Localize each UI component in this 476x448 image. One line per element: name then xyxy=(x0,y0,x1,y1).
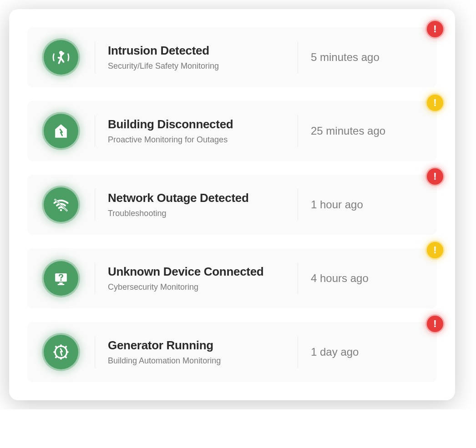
alert-content: Network Outage Detected Troubleshooting xyxy=(95,189,298,221)
notification-card[interactable]: Unknown Device Connected Cybersecurity M… xyxy=(27,248,437,308)
svg-point-7 xyxy=(60,279,61,281)
unknown-device-icon xyxy=(44,261,78,296)
alert-subtitle: Cybersecurity Monitoring xyxy=(108,282,298,292)
generator-icon xyxy=(44,335,78,369)
alert-time: 1 hour ago xyxy=(311,198,363,211)
alert-time-area: 5 minutes ago xyxy=(298,41,420,73)
alert-time-area: 4 hours ago xyxy=(298,262,420,294)
svg-rect-10 xyxy=(60,357,62,360)
alert-subtitle: Security/Life Safety Monitoring xyxy=(108,61,298,71)
severity-badge-yellow: ! xyxy=(427,242,443,258)
alert-subtitle: Proactive Monitoring for Outages xyxy=(108,135,298,145)
notification-card[interactable]: Network Outage Detected Troubleshooting … xyxy=(27,175,437,235)
alert-time-area: 25 minutes ago xyxy=(298,115,420,147)
svg-rect-6 xyxy=(58,284,65,285)
notifications-panel: Intrusion Detected Security/Life Safety … xyxy=(9,9,455,400)
svg-rect-9 xyxy=(60,345,62,347)
severity-badge-red: ! xyxy=(427,168,443,185)
alert-title: Intrusion Detected xyxy=(108,44,298,58)
alert-title: Building Disconnected xyxy=(108,117,298,131)
severity-badge-red: ! xyxy=(427,21,443,37)
alert-time: 5 minutes ago xyxy=(311,51,380,64)
severity-badge-yellow: ! xyxy=(427,95,443,111)
alert-time: 25 minutes ago xyxy=(311,125,385,137)
alert-content: Building Disconnected Proactive Monitori… xyxy=(95,115,298,147)
svg-point-1 xyxy=(60,209,62,211)
alert-subtitle: Building Automation Monitoring xyxy=(108,356,298,366)
notification-card[interactable]: Intrusion Detected Security/Life Safety … xyxy=(27,27,437,87)
notification-card[interactable]: Generator Running Building Automation Mo… xyxy=(27,322,437,382)
alert-title: Unknown Device Connected xyxy=(108,265,298,279)
alert-time-area: 1 hour ago xyxy=(298,189,420,221)
alert-content: Intrusion Detected Security/Life Safety … xyxy=(95,41,298,73)
severity-badge-red: ! xyxy=(427,316,443,332)
alert-title: Network Outage Detected xyxy=(108,191,298,205)
alert-content: Generator Running Building Automation Mo… xyxy=(95,336,298,368)
wifi-off-icon xyxy=(44,187,78,222)
alert-time-area: 1 day ago xyxy=(298,336,420,368)
intrusion-icon xyxy=(44,40,78,75)
svg-rect-5 xyxy=(59,282,62,284)
alert-title: Generator Running xyxy=(108,338,298,352)
alert-content: Unknown Device Connected Cybersecurity M… xyxy=(95,262,298,294)
notification-card[interactable]: Building Disconnected Proactive Monitori… xyxy=(27,101,437,161)
alert-time: 4 hours ago xyxy=(311,272,369,285)
svg-rect-11 xyxy=(54,351,56,353)
alert-time: 1 day ago xyxy=(311,346,359,358)
svg-rect-12 xyxy=(66,351,69,353)
building-icon xyxy=(44,114,78,148)
alert-subtitle: Troubleshooting xyxy=(108,209,298,218)
